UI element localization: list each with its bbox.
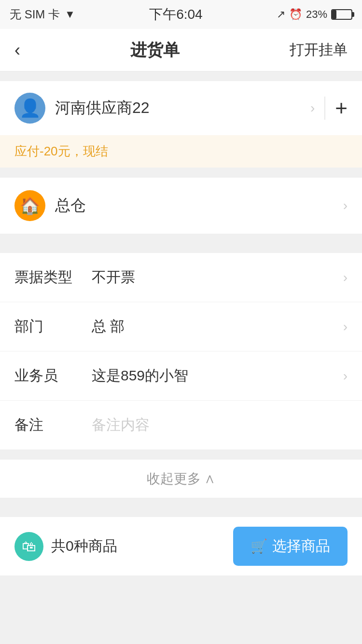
status-left: 无 SIM 卡 ▼ — [10, 7, 75, 22]
warehouse-icon-wrap: 🏠 — [14, 190, 45, 221]
supplier-avatar: 👤 — [14, 93, 45, 124]
carrier-text: 无 SIM 卡 — [10, 7, 60, 22]
page-title: 进货单 — [130, 39, 180, 61]
supplier-chevron-icon: › — [310, 100, 315, 116]
warehouse-name: 总仓 — [55, 195, 338, 216]
section-gap-2 — [0, 168, 362, 177]
status-bar: 无 SIM 卡 ▼ 下午6:04 ↗ ⏰ 23% — [0, 0, 362, 29]
sales-person-chevron-icon: › — [343, 368, 348, 384]
battery-icon — [331, 9, 352, 20]
department-chevron-icon: › — [343, 319, 348, 335]
remark-label: 备注 — [14, 415, 82, 435]
open-pending-button[interactable]: 打开挂单 — [290, 40, 348, 60]
location-icon: ↗ — [277, 8, 285, 21]
bottom-bar: 🛍 共0种商品 🛒 选择商品 — [0, 517, 362, 575]
select-product-button[interactable]: 🛒 选择商品 — [233, 527, 348, 566]
nav-bar: ‹ 进货单 打开挂单 — [0, 29, 362, 71]
select-product-icon: 🛒 — [251, 538, 267, 554]
warehouse-row[interactable]: 🏠 总仓 › — [0, 177, 362, 234]
cart-icon: 🛍 — [22, 538, 36, 555]
back-button[interactable]: ‹ — [14, 40, 20, 60]
invoice-type-row[interactable]: 票据类型 不开票 › — [0, 253, 362, 302]
add-supplier-button[interactable]: + — [335, 98, 348, 119]
warehouse-icon: 🏠 — [20, 196, 40, 215]
remark-input[interactable]: 备注内容 — [92, 415, 348, 435]
sales-person-row[interactable]: 业务员 这是859的小智 › — [0, 351, 362, 401]
collapse-button[interactable]: 收起更多 ∧ — [0, 459, 362, 498]
product-count-wrap: 🛍 共0种商品 — [14, 532, 117, 561]
product-icon-wrap: 🛍 — [14, 532, 43, 561]
collapse-label: 收起更多 ∧ — [147, 470, 216, 488]
supplier-name: 河南供应商22 — [55, 98, 306, 119]
sales-person-label: 业务员 — [14, 366, 82, 386]
warehouse-chevron-icon: › — [343, 198, 348, 213]
department-label: 部门 — [14, 317, 82, 336]
supplier-section: 👤 河南供应商22 › + 应付-20元，现结 — [0, 81, 362, 168]
section-gap-3 — [0, 234, 362, 243]
section-gap-1 — [0, 71, 362, 81]
invoice-type-label: 票据类型 — [14, 267, 82, 287]
form-section: 票据类型 不开票 › 部门 总 部 › 业务员 这是859的小智 › 备注 备注… — [0, 253, 362, 449]
department-value: 总 部 — [92, 317, 338, 336]
select-product-label: 选择商品 — [272, 536, 330, 556]
status-right: ↗ ⏰ 23% — [277, 8, 352, 21]
payment-notice: 应付-20元，现结 — [0, 135, 362, 168]
sales-person-value: 这是859的小智 — [92, 366, 338, 386]
product-count-text: 共0种商品 — [51, 536, 117, 556]
wifi-icon: ▼ — [65, 8, 75, 21]
supplier-row[interactable]: 👤 河南供应商22 › + — [0, 81, 362, 135]
invoice-type-value: 不开票 — [92, 267, 338, 287]
battery-percent: 23% — [306, 8, 327, 21]
invoice-type-chevron-icon: › — [343, 270, 348, 285]
user-icon: 👤 — [19, 98, 41, 118]
supplier-divider — [324, 97, 325, 120]
section-gap-4 — [0, 498, 362, 507]
status-time: 下午6:04 — [149, 5, 203, 24]
alarm-icon: ⏰ — [289, 8, 302, 21]
remark-row[interactable]: 备注 备注内容 — [0, 401, 362, 449]
department-row[interactable]: 部门 总 部 › — [0, 302, 362, 351]
